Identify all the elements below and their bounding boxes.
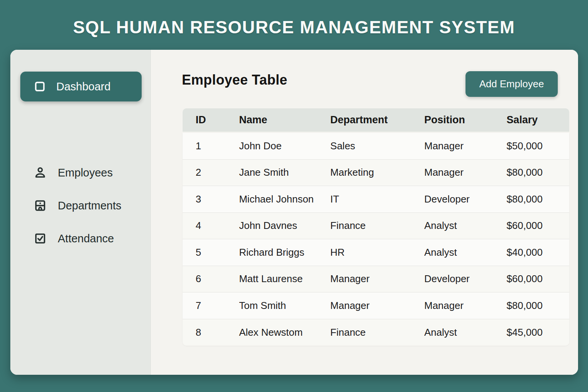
column-header-position: Position: [424, 114, 506, 126]
sidebar-item-departments[interactable]: Departments: [33, 196, 121, 215]
table-row: 7 Tom Smith Manager Manager $80,000: [183, 292, 569, 319]
cell-position: Analyst: [424, 220, 506, 232]
cell-position: Manager: [424, 300, 506, 312]
cell-name: Matt Laurense: [239, 273, 330, 285]
cell-position: Analyst: [424, 327, 506, 338]
cell-salary: $60,000: [506, 220, 569, 232]
cell-id: 7: [183, 300, 239, 312]
cell-salary: $80,000: [506, 300, 569, 312]
table-row: 1 John Doe Sales Manager $50,000: [183, 133, 569, 160]
table-body: 1 John Doe Sales Manager $50,000 2 Jane …: [183, 133, 569, 346]
cell-id: 8: [183, 327, 239, 338]
sidebar: Dashboard Employees Departments: [10, 50, 151, 375]
cell-department: Marketing: [330, 167, 424, 178]
sidebar-item-attendance[interactable]: Attendance: [33, 229, 114, 248]
table-header-row: ID Name Department Position Salary: [183, 108, 569, 132]
table-row: 6 Matt Laurense Manager Developer $60,00…: [183, 266, 569, 293]
cell-name: Alex Newstom: [239, 327, 330, 338]
cell-name: Richard Briggs: [239, 247, 330, 258]
cell-department: Finance: [330, 327, 424, 338]
add-employee-button[interactable]: Add Employee: [466, 71, 558, 97]
cell-salary: $60,000: [506, 273, 569, 285]
column-header-salary: Salary: [506, 114, 569, 126]
table-row: 5 Richard Briggs HR Analyst $40,000: [183, 239, 569, 266]
cell-department: Manager: [330, 273, 424, 285]
cell-position: Analyst: [424, 247, 506, 258]
column-header-department: Department: [330, 114, 424, 126]
cell-salary: $80,000: [506, 167, 569, 178]
cell-id: 6: [183, 273, 239, 285]
cell-salary: $40,000: [506, 247, 569, 258]
cell-department: Finance: [330, 220, 424, 232]
sidebar-item-label: Departments: [58, 199, 121, 212]
department-cabinet-icon: [33, 199, 47, 212]
cell-position: Manager: [424, 140, 506, 152]
cell-position: Developer: [424, 273, 506, 285]
sidebar-item-dashboard[interactable]: Dashboard: [20, 72, 142, 101]
cell-name: Jane Smith: [239, 167, 330, 178]
sidebar-item-employees[interactable]: Employees: [33, 163, 113, 182]
cell-name: John Davnes: [239, 220, 330, 232]
table-row: 2 Jane Smith Marketing Manager $80,000: [183, 160, 569, 186]
cell-id: 5: [183, 247, 239, 258]
sidebar-item-label: Dashboard: [56, 80, 111, 93]
column-header-name: Name: [239, 114, 330, 126]
table-row: 3 Michael Johnson IT Developer $80,000: [183, 186, 569, 213]
checkbox-checked-icon: [33, 232, 47, 245]
table-row: 4 John Davnes Finance Analyst $60,000: [183, 213, 569, 240]
cell-department: HR: [330, 247, 424, 258]
cell-id: 1: [183, 140, 239, 152]
column-header-id: ID: [183, 114, 239, 126]
table-row: 8 Alex Newstom Finance Analyst $45,000: [183, 319, 569, 346]
dashboard-square-icon: [33, 80, 46, 93]
cell-position: Developer: [424, 193, 506, 205]
cell-department: Manager: [330, 300, 424, 312]
app-card: Dashboard Employees Departments: [10, 50, 578, 375]
cell-department: IT: [330, 193, 424, 205]
cell-salary: $80,000: [506, 193, 569, 205]
cell-name: Michael Johnson: [239, 193, 330, 205]
cell-name: John Doe: [239, 140, 330, 152]
main-content: Employee Table Add Employee ID Name Depa…: [151, 50, 578, 375]
sidebar-item-label: Employees: [58, 167, 113, 179]
app-title: SQL HUMAN RESOURCE MANAGEMENT SYSTEM: [0, 17, 588, 38]
cell-salary: $50,000: [506, 140, 569, 152]
cell-department: Sales: [330, 140, 424, 152]
cell-id: 4: [183, 220, 239, 232]
cell-name: Tom Smith: [239, 300, 330, 312]
person-icon: [33, 166, 47, 180]
cell-position: Manager: [424, 167, 506, 178]
cell-id: 3: [183, 193, 239, 205]
cell-id: 2: [183, 167, 239, 178]
page-title: Employee Table: [182, 72, 287, 88]
cell-salary: $45,000: [506, 327, 569, 338]
employee-table: ID Name Department Position Salary 1 Joh…: [183, 108, 569, 346]
sidebar-item-label: Attendance: [58, 232, 114, 245]
